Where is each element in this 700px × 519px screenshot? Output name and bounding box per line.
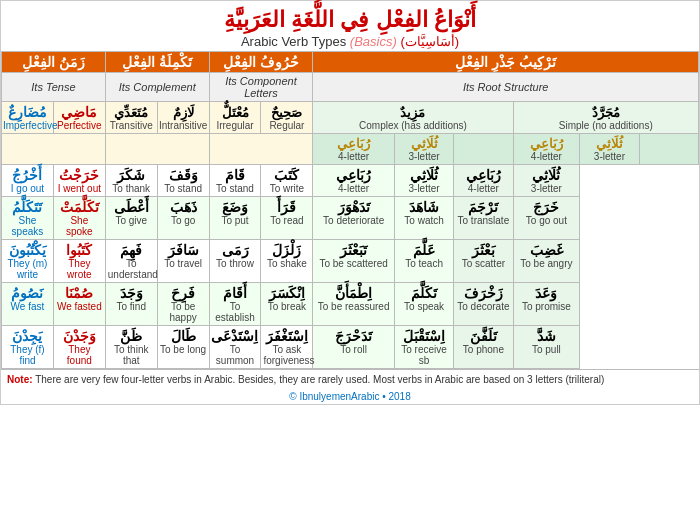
data-cell: وَعَدَTo promise [513, 283, 580, 326]
sh-complex: مَزِيدٌ Complex (has additions) [313, 102, 513, 134]
subtitle-basics-ar: (أَسَاسِيَّات) [400, 34, 459, 49]
lc-m-blank [639, 134, 698, 165]
data-cell: تَكَلَّمَتْShe spoke [53, 197, 105, 240]
note-area: Note: There are very few four-letter ver… [1, 369, 699, 389]
data-cell: تَلَفَّنَTo phone [454, 326, 513, 369]
subheader-row: مُضَارِعٌ Imperfective مَاضِي Perfective… [2, 102, 699, 134]
data-cell: يَكْتُبُونَThey (m) write [2, 240, 54, 283]
data-cell: سَافَرَTo travel [157, 240, 209, 283]
data-cell: رُبَاعِي4-letter [454, 165, 513, 197]
header-tense: زَمَنُ الفِعْلِ [2, 52, 106, 73]
sh-transitive: مُتَعَدِّي Transitive [105, 102, 157, 134]
subtitle-basics-en: (Basics) [350, 34, 397, 49]
root-en: Its Root Structure [313, 73, 699, 102]
data-cell: شَكَرَTo thank [105, 165, 157, 197]
note-text: There are very few four-letter verbs in … [35, 374, 604, 385]
data-cell: وَضَعَTo put [209, 197, 261, 240]
tense-en: Its Tense [2, 73, 106, 102]
data-cell: اِسْتَغْفَرَTo ask forgiveness [261, 326, 313, 369]
table-row: يَكْتُبُونَThey (m) writeكَتَبُواThey wr… [2, 240, 699, 283]
data-cell: تَتَكَلَّمُShe speaks [2, 197, 54, 240]
data-cell: بَعْثَرَTo scatter [454, 240, 513, 283]
table-body: أَخْرُجُI go outخَرَجْتُI went outشَكَرَ… [2, 165, 699, 369]
data-cell: اِطْمَأَنَّTo be reassured [313, 283, 395, 326]
data-cell: كَتَبَTo write [261, 165, 313, 197]
header-row-1: زَمَنُ الفِعْلِ تَكْمِلَةُ الفِعْلِ حُرُ… [2, 52, 699, 73]
data-cell: أَقَامَTo establish [209, 283, 261, 326]
data-cell: ثُلَاثِي3-letter [394, 165, 453, 197]
sh-irregular: مُعْتَلٌّ Irregular [209, 102, 261, 134]
main-title: أَنْوَاعُ الفِعْلِ فِي اللُّغَةِ العَرَب… [5, 7, 695, 33]
data-cell: قَامَTo stand [209, 165, 261, 197]
data-cell: تَدَهْوَرَTo deteriorate [313, 197, 395, 240]
sh-r4maz: رُبَاعِي 4-letter [313, 134, 395, 165]
footer: © IbnulyemenArabic • 2018 [1, 389, 699, 404]
data-cell: أَعْطَىTo give [105, 197, 157, 240]
title-area: أَنْوَاعُ الفِعْلِ فِي اللُّغَةِ العَرَب… [1, 1, 699, 51]
header-letters: حُرُوفُ الفِعْلِ [209, 52, 313, 73]
data-cell: وَجَدَTo find [105, 283, 157, 326]
sh-intransitive: لَازِمٌ Intransitive [157, 102, 209, 134]
sh-r3maz: ثُلَاثِي 3-letter [394, 134, 453, 165]
lc-c-blank [454, 134, 513, 165]
header-root: تَرْكِيبُ جَذْرِ الفِعْلِ [313, 52, 699, 73]
table-row: تَتَكَلَّمُShe speaksتَكَلَّمَتْShe spok… [2, 197, 699, 240]
complement-ar: تَكْمِلَةُ الفِعْلِ [107, 54, 208, 70]
page-wrapper: أَنْوَاعُ الفِعْلِ فِي اللُّغَةِ العَرَب… [0, 0, 700, 405]
data-cell: ظَنَّTo think that [105, 326, 157, 369]
letters-ar: حُرُوفُ الفِعْلِ [211, 54, 312, 70]
root-ar: تَرْكِيبُ جَذْرِ الفِعْلِ [314, 54, 697, 70]
lettercount-row: رُبَاعِي 4-letter ثُلَاثِي 3-letter رُبَ… [2, 134, 699, 165]
data-cell: وَقَفَTo stand [157, 165, 209, 197]
data-cell: وَجَدْنَThey found [53, 326, 105, 369]
lc-comp-blank [105, 134, 209, 165]
sh-regular: صَحِيحٌ Regular [261, 102, 313, 134]
data-cell: فَهِمَTo understand [105, 240, 157, 283]
sh-r4muj: رُبَاعِي 4-letter [513, 134, 580, 165]
tense-ar: زَمَنُ الفِعْلِ [3, 54, 104, 70]
data-cell: خَرَجَTo go out [513, 197, 580, 240]
data-cell: تَكَلَّمَTo speak [394, 283, 453, 326]
header-complement: تَكْمِلَةُ الفِعْلِ [105, 52, 209, 73]
sh-mujarrad: مُجَرَّدٌ Simple (no additions) [513, 102, 698, 134]
data-cell: خَرَجْتُI went out [53, 165, 105, 197]
letters-en: Its Component Letters [209, 73, 313, 102]
data-cell: غَضِبَTo be angry [513, 240, 580, 283]
sh-perfect: مَاضِي Perfective [53, 102, 105, 134]
data-cell: اِنْكَسَرَTo break [261, 283, 313, 326]
data-cell: زَلْزَلَTo shake [261, 240, 313, 283]
data-cell: زَخْرَفَTo decorate [454, 283, 513, 326]
data-cell: قَرَأَTo read [261, 197, 313, 240]
data-cell: ذَهَبَTo go [157, 197, 209, 240]
data-cell: نَصُومُWe fast [2, 283, 54, 326]
data-cell: اِسْتَقْبَلَTo receive sb [394, 326, 453, 369]
data-cell: اِسْتَدْعَىTo summon [209, 326, 261, 369]
data-cell: تَدَحْرَجَTo roll [313, 326, 395, 369]
main-table: زَمَنُ الفِعْلِ تَكْمِلَةُ الفِعْلِ حُرُ… [1, 51, 699, 369]
data-cell: شَاهَدَTo watch [394, 197, 453, 240]
data-cell: شَدَّTo pull [513, 326, 580, 369]
complement-en: Its Complement [105, 73, 209, 102]
data-cell: فَرِحَTo be happy [157, 283, 209, 326]
data-cell: تَبَعْثَرَTo be scattered [313, 240, 395, 283]
note-label: Note: [7, 374, 33, 385]
data-cell: أَخْرُجُI go out [2, 165, 54, 197]
data-cell: رَمَىTo throw [209, 240, 261, 283]
sh-r3muj: ثُلَاثِي 3-letter [580, 134, 639, 165]
data-cell: تَرْجَمَTo translate [454, 197, 513, 240]
data-cell: كَتَبُواThey wrote [53, 240, 105, 283]
data-cell: طَالَTo be long [157, 326, 209, 369]
sh-imperfect: مُضَارِعٌ Imperfective [2, 102, 54, 134]
table-row: يَجِدْنَThey (f) findوَجَدْنَThey foundظ… [2, 326, 699, 369]
lc-lett-blank [209, 134, 313, 165]
sub-title: Arabic Verb Types (Basics) (أَسَاسِيَّات… [5, 34, 695, 49]
subtitle-en: Arabic Verb Types [241, 34, 346, 49]
data-cell: يَجِدْنَThey (f) find [2, 326, 54, 369]
table-row: أَخْرُجُI go outخَرَجْتُI went outشَكَرَ… [2, 165, 699, 197]
data-cell: عَلَّمَTo teach [394, 240, 453, 283]
data-cell: صُمْنَاWe fasted [53, 283, 105, 326]
table-row: نَصُومُWe fastصُمْنَاWe fastedوَجَدَTo f… [2, 283, 699, 326]
header-row-2: Its Tense Its Complement Its Component L… [2, 73, 699, 102]
data-cell: ثُلَاثِي3-letter [513, 165, 580, 197]
lc-tense-blank [2, 134, 106, 165]
